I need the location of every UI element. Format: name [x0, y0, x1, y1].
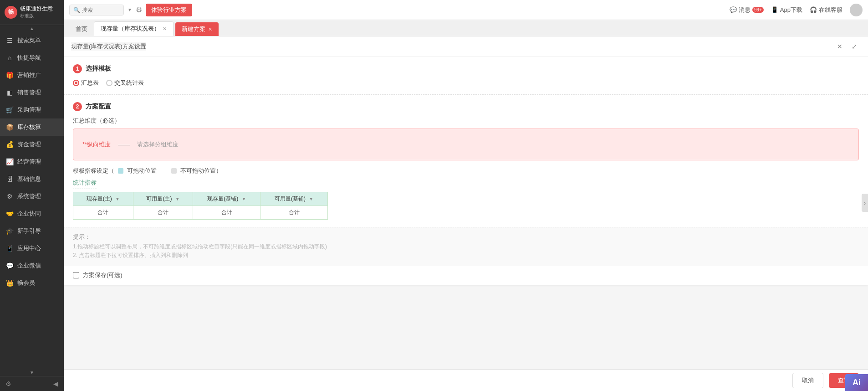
expand-button[interactable]: ⤢ — [848, 40, 861, 53]
movable-badge — [118, 168, 123, 174]
sidebar-item-cooperation[interactable]: 🤝 企业协同 — [0, 205, 64, 222]
sidebar-item-sales[interactable]: ◧ 销售管理 — [0, 84, 64, 101]
right-collapse-btn[interactable]: › — [862, 194, 868, 212]
topbar-gear-icon[interactable]: ⚙ — [136, 5, 142, 14]
topbar-dropdown-icon[interactable]: ▼ — [128, 7, 132, 12]
col-current-main[interactable]: 现存量(主) ▼ — [73, 192, 133, 206]
radio-summary[interactable]: 汇总表 — [73, 79, 99, 87]
content-area: 现存量(库存状况表)方案设置 ✕ ⤢ 1 选择模板 汇总表 — [64, 36, 868, 369]
cancel-button[interactable]: 取消 — [792, 373, 823, 388]
sidebar-item-inventory[interactable]: 📦 库存核算 — [0, 118, 64, 136]
table-row: 合计 合计 合计 合计 — [73, 206, 328, 220]
sidebar-item-member[interactable]: 👑 畅会员 — [0, 274, 64, 292]
search-icon: 🔍 — [73, 7, 80, 13]
col-current-aux[interactable]: 现存量(基辅) ▼ — [193, 192, 260, 206]
user-avatar[interactable] — [850, 4, 863, 16]
message-item[interactable]: 💬 消息 99+ — [730, 6, 764, 14]
search-input[interactable] — [82, 7, 118, 13]
sidebar-item-label: 应用中心 — [17, 244, 41, 252]
message-badge: 99+ — [752, 7, 764, 13]
sidebar-logo: 畅 畅康通好生意 标准版 — [0, 0, 64, 25]
sidebar-item-label: 新手引导 — [17, 227, 41, 235]
tab-inventory-status-close[interactable]: ✕ — [163, 26, 167, 32]
indicator-label: 模板指标设定（ 可拖动位置 不可拖动位置） — [73, 167, 859, 175]
template-radio-group: 汇总表 交叉统计表 — [73, 79, 859, 87]
col-available-main-dropdown[interactable]: ▼ — [175, 196, 180, 201]
save-label: 方案保存(可选) — [83, 271, 123, 279]
finance-icon: 💰 — [5, 140, 14, 149]
logo-text: 畅康通好生意 标准版 — [20, 5, 53, 19]
sidebar-item-wechat[interactable]: 💬 企业微信 — [0, 257, 64, 274]
sidebar-item-label: 系统管理 — [17, 192, 41, 201]
tip-1: 1.拖动标题栏可以调整布局，不可跨维度或指标区域拖动栏目字段(只能在同一维度或指… — [73, 243, 859, 251]
tab-new-plan-close[interactable]: ✕ — [208, 26, 212, 32]
sidebar-item-basic-info[interactable]: 🗄 基础信息 — [0, 170, 64, 188]
dim-dash: —— — [118, 141, 130, 148]
main-area: 🔍 ▼ ⚙ 体验行业方案 💬 消息 99+ 📱 App下载 🎧 在线客服 — [64, 0, 868, 391]
save-checkbox[interactable] — [73, 272, 79, 278]
sidebar-item-purchase[interactable]: 🛒 采购管理 — [0, 101, 64, 118]
trial-button[interactable]: 体验行业方案 — [146, 4, 192, 16]
quick-nav-icon: ⌂ — [5, 54, 14, 62]
sidebar-item-operation[interactable]: 📈 经营管理 — [0, 153, 64, 170]
marketing-icon: 🎁 — [5, 71, 14, 79]
section2-label: 方案配置 — [86, 103, 111, 111]
close-button[interactable]: ✕ — [833, 40, 846, 53]
sidebar-item-newbie[interactable]: 🎓 新手引导 — [0, 222, 64, 240]
app-center-icon: 📱 — [5, 244, 14, 252]
sidebar-item-label: 畅会员 — [17, 279, 35, 287]
radio-summary-circle — [73, 80, 79, 86]
app-download-icon: 📱 — [771, 6, 778, 13]
tab-inventory-status[interactable]: 现存量（库存状况表） ✕ — [94, 21, 174, 36]
operation-icon: 📈 — [5, 158, 14, 166]
tab-inventory-status-label: 现存量（库存状况表） — [101, 25, 160, 33]
tab-new-plan[interactable]: 新建方案 ✕ — [175, 22, 219, 36]
radio-cross-label: 交叉统计表 — [114, 79, 144, 87]
window-controls: ✕ ⤢ — [833, 40, 861, 53]
sidebar-item-label: 营销推广 — [17, 71, 41, 79]
cell-available-main-sub: 合计 — [133, 206, 193, 220]
sidebar-item-label: 基础信息 — [17, 175, 41, 183]
message-icon: 💬 — [730, 6, 737, 13]
sidebar-menu-icon[interactable]: ◀ — [53, 380, 58, 387]
tab-home[interactable]: 首页 — [69, 22, 94, 36]
member-icon: 👑 — [5, 279, 14, 287]
tab-new-plan-label: 新建方案 — [182, 25, 205, 33]
sidebar-scroll-down[interactable]: ▼ — [0, 369, 64, 376]
search-menu-icon: ☰ — [5, 36, 14, 45]
radio-cross-circle — [106, 80, 112, 86]
col-current-aux-dropdown[interactable]: ▼ — [242, 196, 246, 201]
sidebar-item-label: 搜索菜单 — [17, 36, 41, 45]
col-available-aux-dropdown[interactable]: ▼ — [309, 196, 313, 201]
sidebar-footer: ⚙ ◀ — [0, 376, 64, 391]
inventory-icon: 📦 — [5, 123, 14, 131]
col-current-main-dropdown[interactable]: ▼ — [115, 196, 120, 201]
section1-title: 1 选择模板 — [73, 64, 859, 73]
cell-available-aux-sub: 合计 — [260, 206, 328, 220]
sidebar-scroll-up[interactable]: ▲ — [0, 25, 64, 32]
sidebar-item-marketing[interactable]: 🎁 营销推广 — [0, 67, 64, 84]
sidebar-item-label: 库存核算 — [17, 123, 41, 131]
dim-vertical-label: **纵向维度 — [82, 140, 111, 149]
topbar-search-box[interactable]: 🔍 — [69, 5, 124, 15]
sidebar-item-finance[interactable]: 💰 资金管理 — [0, 136, 64, 153]
cooperation-icon: 🤝 — [5, 210, 14, 218]
bottombar: 取消 查询 — [64, 369, 868, 391]
ai-float-button[interactable]: Ai — [845, 374, 868, 391]
sidebar-item-label: 企业微信 — [17, 262, 41, 270]
stats-title: 统计指标 — [73, 179, 97, 189]
stats-table: 现存量(主) ▼ 可用量(主) ▼ 现存量(基辅) ▼ — [73, 192, 328, 220]
section2-title: 2 方案配置 — [73, 102, 859, 111]
app-download-item[interactable]: 📱 App下载 — [771, 6, 802, 14]
cell-current-aux-sub: 合计 — [193, 206, 260, 220]
radio-cross[interactable]: 交叉统计表 — [106, 79, 144, 87]
sidebar-item-system[interactable]: ⚙ 系统管理 — [0, 188, 64, 205]
sidebar-item-quick-nav[interactable]: ⌂ 快捷导航 — [0, 49, 64, 67]
sidebar-item-app-center[interactable]: 📱 应用中心 — [0, 240, 64, 257]
sidebar-item-search-menu[interactable]: ☰ 搜索菜单 — [0, 32, 64, 49]
col-available-main[interactable]: 可用量(主) ▼ — [133, 192, 193, 206]
col-available-aux[interactable]: 可用量(基辅) ▼ — [260, 192, 328, 206]
cell-current-main-sub: 合计 — [73, 206, 133, 220]
online-service-item[interactable]: 🎧 在线客服 — [810, 6, 842, 14]
sidebar-settings-icon[interactable]: ⚙ — [5, 380, 11, 387]
